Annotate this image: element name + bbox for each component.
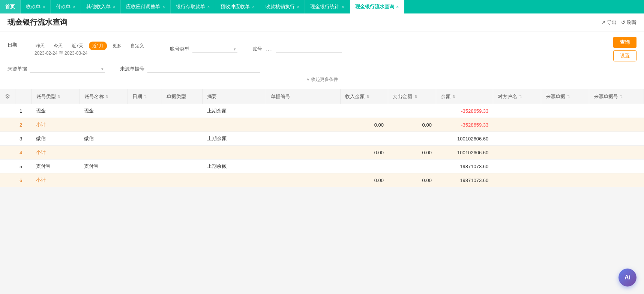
nav-receipt[interactable]: 收款单 × (21, 0, 51, 13)
th-balance[interactable]: 余额 ⇅ (436, 89, 493, 104)
export-icon: ↗ (601, 19, 605, 25)
close-cash-bank-stat[interactable]: × (342, 4, 344, 9)
cell-doc-type (162, 173, 203, 187)
source-doc-select-wrapper[interactable] (30, 65, 105, 73)
cell-counterparty (493, 146, 541, 160)
cell-counterparty (493, 173, 541, 187)
cell-account-type: 现金 (32, 104, 80, 118)
nav-ap-adjust[interactable]: 应收应付调整单 × (121, 0, 170, 13)
account-input[interactable] (276, 45, 342, 53)
th-source-doc-no[interactable]: 来源单据号 ⇅ (589, 89, 644, 104)
cell-counterparty (493, 132, 541, 146)
cell-source-doc-no (589, 104, 644, 118)
th-counterparty[interactable]: 对方户名 ⇅ (493, 89, 541, 104)
date-btn-more[interactable]: 更多 (109, 42, 125, 50)
cell-account-name: 支付宝 (80, 160, 128, 173)
cell-summary: 上期余额 (203, 104, 266, 118)
account-type-label: 账号类型 (170, 46, 189, 52)
refresh-button[interactable]: ↺ 刷新 (621, 19, 636, 26)
cell-settings (0, 173, 15, 187)
sort-balance-icon: ⇅ (453, 95, 456, 98)
filter-row-2: 来源单据 来源单据号 (8, 65, 636, 73)
cell-account-type: 小计 (32, 118, 80, 132)
cell-settings (0, 104, 15, 118)
cell-account-name: 现金 (80, 104, 128, 118)
cell-summary: 上期余额 (203, 132, 266, 146)
th-date[interactable]: 日期 ⇅ (128, 89, 162, 104)
sort-counterparty-icon: ⇅ (519, 95, 522, 98)
cell-doc-type (162, 146, 203, 160)
th-doc-type: 单据类型 (162, 89, 203, 104)
filter-row-1: 日期 昨天 今天 近7天 近1月 更多 自定义 2023-02-24 至 202… (8, 37, 636, 61)
close-cash-bank-flow[interactable]: × (396, 4, 399, 9)
th-settings[interactable]: ⚙ (0, 89, 15, 104)
cell-expense: 0.00 (388, 118, 436, 132)
cell-index: 1 (15, 104, 32, 118)
th-source-doc[interactable]: 来源单据 ⇅ (541, 89, 589, 104)
cell-counterparty (493, 104, 541, 118)
collapse-bar[interactable]: ∧ 收起更多条件 (8, 75, 636, 86)
table-row: 3 微信 微信 上期余额 100102606.60 (0, 132, 644, 146)
cell-summary (203, 146, 266, 160)
close-ap-adjust[interactable]: × (162, 4, 165, 9)
table-header-row: ⚙ 账号类型 ⇅ 账号名称 ⇅ 日期 ⇅ 单据类型 摘要 单据编号 收入金额 ⇅… (0, 89, 644, 104)
account-dots-btn[interactable]: ... (265, 46, 272, 52)
source-doc-field: 来源单据 (8, 65, 105, 73)
column-settings-icon[interactable]: ⚙ (5, 93, 10, 100)
account-type-select[interactable]: 现金 微信 支付宝 (192, 45, 237, 53)
date-btn-last7[interactable]: 近7天 (68, 42, 87, 50)
nav-cash-bank-stat[interactable]: 现金银行统计 × (305, 0, 350, 13)
date-btn-last1m[interactable]: 近1月 (89, 42, 107, 50)
source-doc-no-input[interactable] (147, 65, 260, 73)
export-button[interactable]: ↗ 导出 (601, 19, 617, 26)
close-receipt[interactable]: × (43, 4, 45, 9)
cell-source-doc-no (589, 173, 644, 187)
nav-payment[interactable]: 付款单 × (51, 0, 81, 13)
date-btn-today[interactable]: 今天 (50, 42, 66, 50)
th-expense[interactable]: 支出金额 ⇅ (388, 89, 436, 104)
source-doc-select[interactable] (30, 65, 105, 73)
nav-other-income[interactable]: 其他收入单 × (81, 0, 121, 13)
nav-bank-deposit[interactable]: 银行存取款单 × (171, 0, 215, 13)
cell-summary: 上期余额 (203, 160, 266, 173)
cell-account-name: 微信 (80, 132, 128, 146)
cell-doc-type (162, 118, 203, 132)
cell-doc-no (266, 146, 340, 160)
close-pre-offset[interactable]: × (252, 4, 254, 9)
cell-date (128, 173, 162, 187)
cell-index: 5 (15, 160, 32, 173)
date-btn-custom[interactable]: 自定义 (127, 42, 147, 50)
sort-source-doc-icon: ⇅ (567, 95, 570, 98)
cell-income: 0.00 (340, 118, 388, 132)
cell-doc-type (162, 160, 203, 173)
nav-pre-offset[interactable]: 预收冲应收单 × (215, 0, 260, 13)
close-bank-deposit[interactable]: × (207, 4, 210, 9)
cell-balance: 100102606.60 (436, 146, 493, 160)
cell-settings (0, 160, 15, 173)
account-type-select-wrapper[interactable]: 现金 微信 支付宝 (192, 45, 237, 53)
account-label: 账号 (252, 46, 262, 52)
cell-settings (0, 132, 15, 146)
th-account-type[interactable]: 账号类型 ⇅ (32, 89, 80, 104)
nav-cash-bank-flow[interactable]: 现金银行流水查询 × (350, 0, 404, 13)
cell-source-doc-no (589, 118, 644, 132)
cell-account-type: 小计 (32, 173, 80, 187)
account-field: 账号 ... (252, 45, 341, 53)
th-income[interactable]: 收入金额 ⇅ (340, 89, 388, 104)
close-collection-exec[interactable]: × (297, 4, 299, 9)
th-account-name[interactable]: 账号名称 ⇅ (80, 89, 128, 104)
nav-home[interactable]: 首页 (0, 0, 21, 13)
cell-income (340, 160, 388, 173)
settings-button[interactable]: 设置 (613, 50, 636, 61)
cell-source-doc-no (589, 160, 644, 173)
data-table: ⚙ 账号类型 ⇅ 账号名称 ⇅ 日期 ⇅ 单据类型 摘要 单据编号 收入金额 ⇅… (0, 89, 644, 187)
cell-expense (388, 160, 436, 173)
date-btn-yesterday[interactable]: 昨天 (32, 42, 48, 50)
close-other-income[interactable]: × (113, 4, 115, 9)
nav-collection-exec[interactable]: 收款核销执行 × (260, 0, 305, 13)
query-button[interactable]: 查询 (613, 37, 636, 48)
table-container: ⚙ 账号类型 ⇅ 账号名称 ⇅ 日期 ⇅ 单据类型 摘要 单据编号 收入金额 ⇅… (0, 89, 644, 187)
cell-doc-no (266, 173, 340, 187)
cell-doc-no (266, 118, 340, 132)
close-payment[interactable]: × (73, 4, 75, 9)
